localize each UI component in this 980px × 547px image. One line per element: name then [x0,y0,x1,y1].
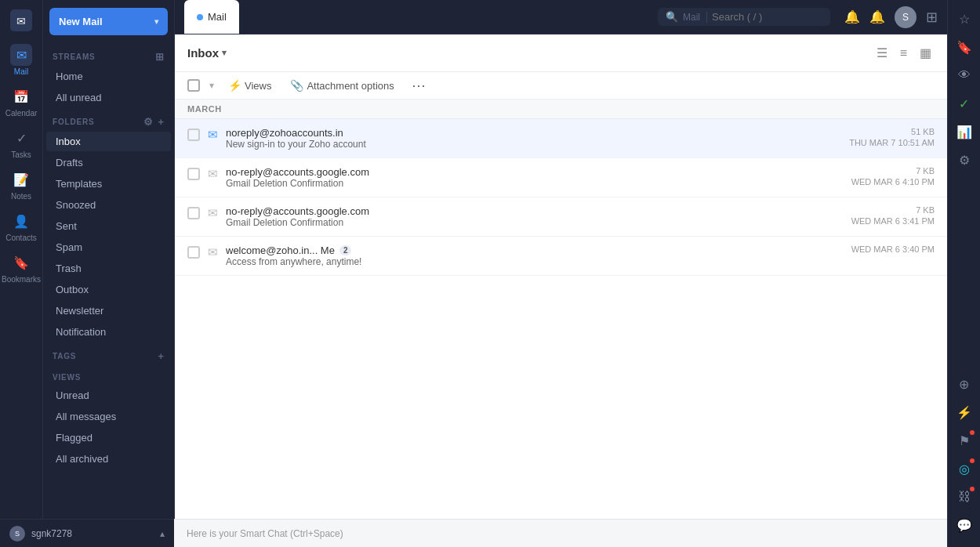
sidebar-item-drafts[interactable]: Drafts [46,153,171,172]
mail-icon: ✉ [10,44,32,66]
email-subject: Access from anywhere, anytime! [226,256,844,267]
sidebar-item-tasks[interactable]: ✓ Tasks [0,121,42,162]
filter-icon: ⚡ [228,79,241,92]
tab-indicator [197,14,203,20]
sidebar-item-inbox[interactable]: Inbox [46,132,171,151]
sidebar-item-snoozed[interactable]: Snoozed [46,195,171,215]
collapse-icon[interactable]: ▴ [160,528,165,539]
email-subject: New sign-in to your Zoho account [226,139,841,150]
views-section-title: VIEWS [43,365,174,385]
sidebar-item-calendar[interactable]: 📅 Calendar [0,79,42,121]
folders-settings-icon[interactable]: ⚙ [143,116,154,128]
circle-right-icon[interactable]: ◎ [952,456,977,481]
email-from: no-reply@accounts.google.com [226,166,844,178]
sidebar-item-notification[interactable]: Notification [46,322,171,342]
email-checkbox[interactable] [187,129,200,141]
sidebar-item-notes[interactable]: 📝 Notes [0,162,42,204]
email-size: 7 KB [916,166,935,176]
filter-button[interactable]: ⚡ Views [223,77,276,94]
mail-icon: ✉ [208,167,218,181]
sidebar-item-all-unread[interactable]: All unread [46,88,171,107]
sidebar: New Mail ▾ STREAMS ⊞ Home All unread FOL… [43,0,175,547]
email-checkbox[interactable] [187,207,200,219]
email-size: 51 KB [911,127,935,136]
inbox-title[interactable]: Inbox ▾ [187,46,227,60]
top-bar: Mail 🔍 Mail 🔔 🔔 S ⊞ [175,0,947,34]
check-right-icon[interactable]: ✓ [952,91,977,116]
select-all-checkbox[interactable] [187,79,200,92]
eye-right-icon[interactable]: 👁 [952,63,977,88]
lightning-right-icon[interactable]: ⚡ [952,400,977,425]
bell-icon[interactable]: 🔔 [869,9,885,24]
search-icon: 🔍 [666,11,678,23]
email-date: WED MAR 6 3:41 PM [851,216,935,226]
table-row[interactable]: ✉ welcome@zoho.in... Me 2 Access from an… [175,237,947,276]
sidebar-item-spam[interactable]: Spam [46,237,171,257]
bookmark-right-icon[interactable]: 🔖 [952,34,977,60]
email-meta: 7 KB WED MAR 6 4:10 PM [851,166,935,187]
notifications-icon[interactable]: 🔔 [844,9,860,24]
table-row[interactable]: ✉ no-reply@accounts.google.com Gmail Del… [175,197,947,237]
flag-right-icon[interactable]: ⚑ [952,428,977,453]
sidebar-item-all-messages[interactable]: All messages [46,407,171,426]
sidebar-item-unread[interactable]: Unread [46,386,171,405]
folders-add-icon[interactable]: + [158,116,165,128]
email-list: ✉ noreply@zohoaccounts.in New sign-in to… [175,119,947,547]
notes-icon: 📝 [10,168,32,190]
email-meta: WED MAR 6 3:40 PM [851,245,935,254]
email-date: WED MAR 6 3:40 PM [851,245,935,254]
bottom-user-bar: S sgnk7278 ▴ [43,519,174,547]
mail-tab[interactable]: Mail [184,0,239,34]
email-count-badge: 2 [339,245,352,255]
top-bar-icons: 🔔 🔔 S ⊞ [844,6,938,28]
sidebar-item-outbox[interactable]: Outbox [46,280,171,299]
app-logo: ✉ [7,6,35,34]
settings-right-icon[interactable]: ⚙ [952,147,977,172]
link-right-icon[interactable]: ⛓ [952,484,977,509]
email-meta: 7 KB WED MAR 6 3:41 PM [851,205,935,226]
date-group-march: March [175,100,947,119]
email-from: welcome@zoho.in... Me [226,245,335,256]
search-context-label: Mail [683,12,707,23]
new-mail-button[interactable]: New Mail ▾ [49,8,168,35]
more-options-icon[interactable]: ⋯ [412,78,426,92]
mail-icon: ✉ [208,245,218,259]
attachment-options-button[interactable]: 📎 Attachment options [285,77,398,94]
folders-section-title: FOLDERS ⚙ + [43,108,174,131]
select-dropdown-icon[interactable]: ▾ [209,80,214,91]
app-icon-bar: ✉ ✉ Mail 📅 Calendar ✓ Tasks 📝 Notes 👤 Co… [0,0,43,547]
chat-right-icon[interactable]: 💬 [952,513,977,538]
user-profile-avatar[interactable]: S [895,6,916,28]
sidebar-item-bookmarks[interactable]: 🔖 Bookmarks [0,245,42,287]
email-date: THU MAR 7 10:51 AM [849,138,935,147]
grid-menu-icon[interactable]: ⊞ [926,9,938,26]
sidebar-item-sent[interactable]: Sent [46,216,171,236]
search-input[interactable] [712,11,822,23]
bookmarks-icon: 🔖 [10,252,32,274]
sidebar-item-newsletter[interactable]: Newsletter [46,301,171,321]
star-icon[interactable]: ☆ [952,6,977,31]
list-view-icon[interactable]: ≡ [897,43,910,63]
sidebar-item-home[interactable]: Home [46,67,171,86]
table-row[interactable]: ✉ no-reply@accounts.google.com Gmail Del… [175,158,947,197]
streams-options-icon[interactable]: ⊞ [155,51,165,63]
plus-badge-right-icon[interactable]: ⊕ [952,371,977,397]
grid-view-icon[interactable]: ▦ [916,42,935,63]
sidebar-item-templates[interactable]: Templates [46,174,171,194]
email-checkbox[interactable] [187,246,200,259]
email-checkbox[interactable] [187,168,200,180]
sidebar-item-contacts[interactable]: 👤 Contacts [0,204,42,245]
chart-right-icon[interactable]: 📊 [952,119,977,144]
inbox-chevron-icon: ▾ [222,48,227,58]
smart-chat-bar[interactable]: Here is your Smart Chat (Ctrl+Space) [175,519,947,547]
email-header: Inbox ▾ ☰ ≡ ▦ [175,34,947,72]
sidebar-item-mail[interactable]: ✉ Mail [0,38,42,79]
compact-view-icon[interactable]: ☰ [873,42,891,63]
table-row[interactable]: ✉ noreply@zohoaccounts.in New sign-in to… [175,119,947,158]
tags-add-icon[interactable]: + [158,350,165,362]
email-size: 7 KB [916,205,935,215]
sidebar-item-flagged[interactable]: Flagged [46,428,171,447]
svg-text:✉: ✉ [16,15,26,27]
sidebar-item-all-archived[interactable]: All archived [46,449,171,469]
sidebar-item-trash[interactable]: Trash [46,259,171,278]
